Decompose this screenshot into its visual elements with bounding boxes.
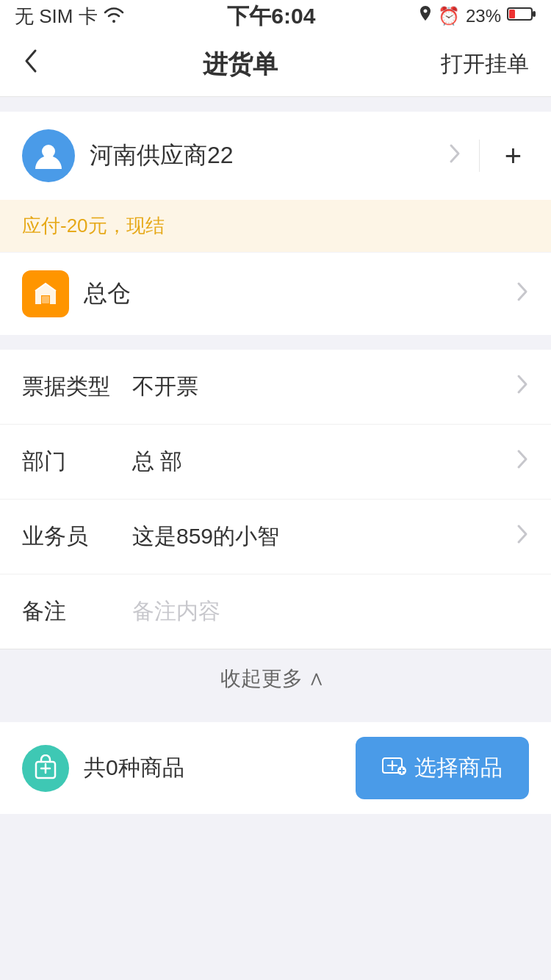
bottom-bar: 共0种商品 选择商品 [0, 722, 551, 814]
invoice-type-row[interactable]: 票据类型 不开票 [0, 350, 551, 425]
open-pending-button[interactable]: 打开挂单 [441, 49, 529, 79]
supplier-avatar [22, 129, 75, 182]
product-icon [22, 745, 69, 792]
svg-rect-1 [509, 10, 515, 18]
remark-row[interactable]: 备注 备注内容 [0, 574, 551, 649]
supplier-name: 河南供应商22 [90, 140, 448, 172]
remark-label: 备注 [22, 597, 125, 627]
select-product-button[interactable]: 选择商品 [356, 737, 529, 799]
alarm-icon: ⏰ [438, 6, 460, 26]
form-section: 票据类型 不开票 部门 总 部 业务员 这是859的小智 备注 备注内容 [0, 350, 551, 649]
status-left: 无 SIM 卡 [15, 4, 124, 29]
section-gap-1 [0, 97, 551, 112]
sim-label: 无 SIM 卡 [15, 4, 98, 29]
warehouse-name: 总仓 [84, 278, 516, 310]
vertical-divider [479, 140, 480, 172]
salesperson-label: 业务员 [22, 522, 125, 552]
notice-text: 应付-20元，现结 [22, 215, 165, 237]
warehouse-icon [22, 270, 69, 317]
page-title: 进货单 [203, 48, 278, 82]
wifi-icon [104, 5, 124, 28]
invoice-type-label: 票据类型 [22, 372, 125, 402]
status-right: ⏰ 23% [419, 6, 536, 26]
collapse-label: 收起更多 ∧ [220, 665, 325, 693]
battery-icon [507, 6, 536, 26]
remark-input[interactable]: 备注内容 [132, 597, 529, 627]
salesperson-chevron [516, 523, 529, 550]
invoice-type-chevron [516, 373, 529, 400]
warehouse-chevron-icon [516, 281, 529, 308]
salesperson-value: 这是859的小智 [132, 522, 508, 552]
supplier-right: + [448, 140, 529, 173]
invoice-type-value: 不开票 [132, 372, 508, 402]
supplier-row[interactable]: 河南供应商22 + [0, 112, 551, 200]
add-supplier-button[interactable]: + [497, 140, 529, 173]
nav-bar: 进货单 打开挂单 [0, 32, 551, 97]
warehouse-row[interactable]: 总仓 [0, 252, 551, 335]
status-bar: 无 SIM 卡 下午6:04 ⏰ 23% [0, 0, 551, 32]
collapse-button[interactable]: 收起更多 ∧ [0, 649, 551, 707]
supplier-chevron-icon [448, 143, 461, 170]
select-product-label: 选择商品 [414, 753, 503, 783]
department-label: 部门 [22, 447, 125, 477]
battery-label: 23% [466, 6, 501, 26]
svg-rect-5 [42, 296, 49, 303]
svg-rect-2 [533, 11, 536, 17]
department-row[interactable]: 部门 总 部 [0, 425, 551, 500]
select-product-icon [382, 755, 407, 781]
salesperson-row[interactable]: 业务员 这是859的小智 [0, 500, 551, 574]
status-time: 下午6:04 [227, 1, 315, 32]
back-button[interactable] [22, 46, 40, 82]
department-chevron [516, 448, 529, 475]
notice-bar: 应付-20元，现结 [0, 200, 551, 252]
product-count-label: 共0种商品 [84, 753, 356, 783]
supplier-section: 河南供应商22 + 应付-20元，现结 总仓 [0, 112, 551, 335]
department-value: 总 部 [132, 447, 508, 477]
location-icon [419, 6, 432, 26]
